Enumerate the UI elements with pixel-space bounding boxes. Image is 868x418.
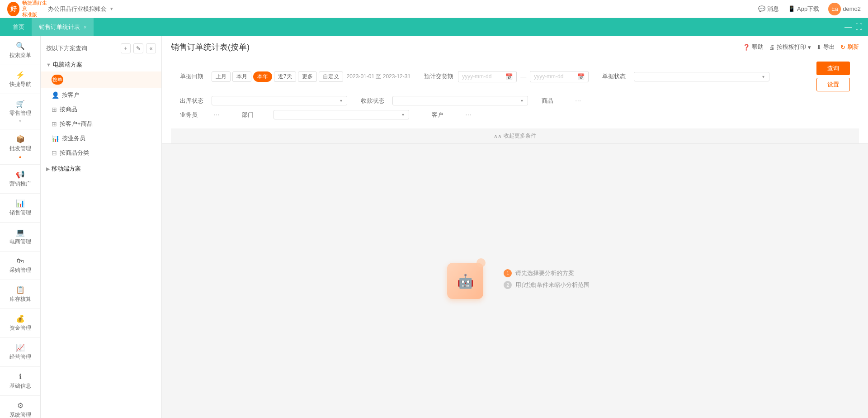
lph-icons: + ✎ « (121, 43, 156, 53)
filter-row-2: 出库状态 ▾ 收款状态 ▾ 商品 ··· (180, 96, 850, 105)
sidebar-item-inventory[interactable]: 📋 库存核算 (0, 280, 40, 309)
left-panel-header: 按以下方案查询 + ✎ « (41, 41, 161, 56)
page-actions: ❓ 帮助 🖨 按模板打印 ▾ ⬇ 导出 ↻ (743, 43, 859, 51)
single-status-select[interactable]: ▾ (634, 72, 769, 81)
top-bar: 好 畅捷通好生意 标准版 办公用品行业模拟账套 ▾ 💬 消息 📱 App下载 E… (0, 0, 868, 18)
help-icon: ❓ (743, 44, 750, 51)
sidebar-item-quick-nav[interactable]: ⚡ 快捷导航 (0, 65, 40, 94)
main-layout: 🔍 搜索菜单 ⚡ 快捷导航 🛒 零售管理 ▾ 📦 批发管理 ▴ 📢 营销推广 📊… (0, 36, 868, 418)
top-bar-right: 💬 消息 📱 App下载 Ea demo2 (758, 3, 861, 15)
left-panel: 按以下方案查询 + ✎ « ▼ 电脑端方案 按单 👤 按客户 (41, 36, 162, 418)
sidebar-item-basic-info[interactable]: ℹ 基础信息 (0, 367, 40, 396)
nav-tabs-right: — ⛶ (844, 23, 863, 31)
sidebar-item-marketing[interactable]: 📢 营销推广 (0, 165, 40, 194)
sidebar-item-search[interactable]: 🔍 搜索菜单 (0, 36, 40, 65)
expected-date-end[interactable]: yyyy-mm-dd 📅 (530, 71, 589, 82)
add-scheme-button[interactable]: + (121, 43, 131, 53)
print-button[interactable]: 🖨 按模板打印 ▾ (769, 43, 811, 51)
sidebar-item-system[interactable]: ⚙ 系统管理 (0, 396, 40, 418)
minimize-icon[interactable]: — (844, 23, 852, 31)
tab-home[interactable]: 首页 (5, 18, 32, 36)
ship-status-label: 出库状态 (180, 97, 207, 105)
export-button[interactable]: ⬇ 导出 (816, 43, 835, 51)
last-month-btn[interactable]: 上月 (212, 71, 231, 82)
retail-icon: 🛒 (16, 100, 25, 108)
tree-item-by-customer-goods[interactable]: ⊞ 按客户+商品 (41, 117, 161, 131)
setting-button[interactable]: 设置 (816, 78, 850, 91)
wholesale-icon: 📦 (16, 135, 25, 143)
sidebar-item-sales[interactable]: 📊 销售管理 (0, 194, 40, 223)
user-area[interactable]: Ea demo2 (828, 3, 861, 15)
sidebar-item-operations[interactable]: 📈 经营管理 (0, 338, 40, 367)
tree-item-by-goods[interactable]: ⊞ 按商品 (41, 102, 161, 117)
sidebar-item-wholesale[interactable]: 📦 批发管理 ▴ (0, 129, 40, 165)
dept-arrow: ▾ (402, 112, 404, 117)
custom-btn[interactable]: 自定义 (319, 71, 343, 82)
sidebar-item-retail[interactable]: 🛒 零售管理 ▾ (0, 94, 40, 129)
collect-status-arrow: ▾ (521, 98, 523, 103)
tree-item-by-category[interactable]: ⊟ 按商品分类 (41, 146, 161, 160)
expected-date-start[interactable]: yyyy-mm-dd 📅 (458, 71, 517, 82)
more-btn[interactable]: 更多 (298, 71, 317, 82)
tab-sales-order-stats[interactable]: 销售订单统计表 × (32, 18, 94, 36)
sidebar: 🔍 搜索菜单 ⚡ 快捷导航 🛒 零售管理 ▾ 📦 批发管理 ▴ 📢 营销推广 📊… (0, 36, 41, 418)
message-button[interactable]: 💬 消息 (758, 5, 779, 13)
calendar-icon-1: 📅 (505, 73, 513, 80)
category-icon: ⊟ (52, 149, 57, 157)
tree-section-mobile-header[interactable]: ▶ 移动端方案 (41, 162, 161, 176)
basic-info-icon: ℹ (19, 372, 22, 381)
logo: 好 畅捷通好生意 标准版 (7, 0, 48, 18)
hint-num-2: 2 (504, 281, 512, 289)
search-button[interactable]: 查询 (816, 62, 850, 75)
filter-area: 单据日期 上月 本月 本年 近7天 更多 自定义 2023-01-01 至 20… (171, 57, 859, 128)
sales-icon: 📊 (16, 199, 25, 208)
marketing-icon: 📢 (16, 170, 25, 179)
customer-label: 客户 (432, 111, 459, 119)
single-status-label: 单据状态 (602, 72, 629, 81)
filter-row-3: 业务员 ··· 部门 ▾ 客户 ··· (180, 110, 850, 119)
salesman-more-icon[interactable]: ··· (213, 111, 219, 119)
empty-state-container: 🤖 1 请先选择要分析的方案 2 用[过滤]条件来缩小分析范围 (440, 256, 589, 306)
date-separator: — (520, 73, 526, 80)
collapse-bar[interactable]: ∧∧ 收起更多条件 (171, 128, 859, 143)
action-buttons: 查询 设置 (816, 62, 850, 91)
tree-item-by-order[interactable]: 按单 (41, 71, 161, 88)
refresh-button[interactable]: ↻ 刷新 (840, 43, 859, 51)
last-7days-btn[interactable]: 近7天 (274, 71, 296, 82)
page-title: 销售订单统计表(按单) (171, 42, 250, 52)
date-range-display: 2023-01-01 至 2023-12-31 (347, 73, 410, 81)
collapse-panel-button[interactable]: « (146, 43, 156, 53)
company-dropdown-icon[interactable]: ▾ (110, 6, 113, 12)
tree-section-pc-header[interactable]: ▼ 电脑端方案 (41, 58, 161, 71)
goods-icon: ⊞ (52, 106, 57, 113)
this-month-btn[interactable]: 本月 (232, 71, 251, 82)
left-panel-title: 按以下方案查询 (46, 44, 118, 52)
collect-status-select[interactable]: ▾ (392, 96, 528, 105)
maximize-icon[interactable]: ⛶ (855, 23, 863, 31)
customer-icon: 👤 (52, 91, 59, 99)
dept-select[interactable]: ▾ (274, 110, 409, 119)
ship-status-select[interactable]: ▾ (212, 96, 347, 105)
refresh-icon: ↻ (840, 44, 845, 51)
tree-section-mobile: ▶ 移动端方案 (41, 162, 161, 176)
goods-more-icon[interactable]: ··· (575, 97, 581, 105)
customer-more-icon[interactable]: ··· (465, 111, 471, 119)
help-button[interactable]: ❓ 帮助 (743, 43, 764, 51)
app-download-button[interactable]: 📱 App下载 (788, 5, 819, 13)
tree-item-by-customer[interactable]: 👤 按客户 (41, 88, 161, 102)
date-label: 单据日期 (180, 72, 207, 81)
sidebar-item-purchase[interactable]: 🛍 采购管理 (0, 252, 40, 280)
tab-close-icon[interactable]: × (84, 24, 86, 30)
this-year-btn[interactable]: 本年 (253, 71, 272, 82)
edit-scheme-button[interactable]: ✎ (133, 43, 143, 53)
expected-date-label: 预计交货期 (424, 72, 453, 81)
search-icon: 🔍 (16, 42, 25, 50)
goods-label: 商品 (542, 97, 569, 105)
page-title-row: 销售订单统计表(按单) ❓ 帮助 🖨 按模板打印 ▾ ⬇ (171, 42, 859, 52)
sidebar-item-finance[interactable]: 💰 资金管理 (0, 309, 40, 338)
company-name-area: 办公用品行业模拟账套 ▾ (48, 5, 758, 13)
print-dropdown-icon: ▾ (808, 44, 811, 51)
sidebar-item-ecommerce[interactable]: 💻 电商管理 (0, 223, 40, 252)
cg-icon: ⊞ (52, 120, 57, 128)
tree-item-by-salesman[interactable]: 📊 按业务员 (41, 131, 161, 146)
